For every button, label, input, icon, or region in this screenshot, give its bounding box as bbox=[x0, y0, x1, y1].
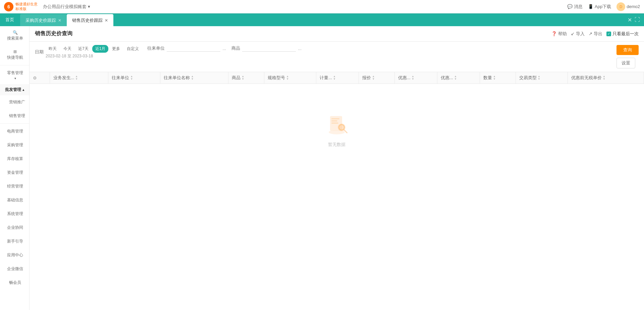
empty-icon bbox=[323, 111, 350, 138]
th-pre-tax[interactable]: 优惠前无税单价 ▲▼ bbox=[568, 72, 644, 84]
sidebar-item-wholesale[interactable]: 批发管理 ▴ bbox=[0, 84, 29, 95]
gear-icon: ⚙ bbox=[33, 75, 37, 81]
date-label: 日期 bbox=[35, 49, 44, 55]
top-bar-right: 💬 消息 📱 App下载 D demo2 bbox=[567, 2, 640, 11]
only-last-checkbox[interactable]: ✓ 只看最后一次 bbox=[606, 31, 639, 37]
import-button[interactable]: ↙ 导入 bbox=[571, 31, 585, 37]
table-header: ⚙ 业务发生... ▲▼ 往来单位 ▲▼ bbox=[30, 72, 644, 84]
sidebar-item-corp-wechat[interactable]: 企业微信 bbox=[0, 262, 29, 276]
tab-sales[interactable]: 销售历史价跟踪 ✕ bbox=[67, 14, 113, 27]
sidebar-item-ecommerce[interactable]: 电商管理 bbox=[0, 124, 29, 138]
sidebar-item-app-center[interactable]: 应用中心 bbox=[0, 248, 29, 262]
settings-button[interactable]: 设置 bbox=[616, 58, 635, 68]
main-layout: 🔍 搜索菜单 ⊞ 快捷导航 零售管理 ▾ 批发管理 ▴ 营销推广 销售管理 电商… bbox=[0, 26, 644, 310]
sidebar: 🔍 搜索菜单 ⊞ 快捷导航 零售管理 ▾ 批发管理 ▴ 营销推广 销售管理 电商… bbox=[0, 26, 30, 310]
sidebar-item-search[interactable]: 🔍 搜索菜单 bbox=[0, 26, 29, 45]
filter-actions: 查询 设置 bbox=[616, 45, 639, 68]
tab-purchase[interactable]: 采购历史价跟踪 ✕ bbox=[20, 14, 67, 27]
sidebar-item-purchase[interactable]: 采购管理 bbox=[0, 138, 29, 152]
partner-filter-group: 往来单位 ... bbox=[147, 45, 226, 52]
th-unit[interactable]: 计量... ▲▼ bbox=[316, 72, 359, 84]
grid-icon: ⊞ bbox=[13, 49, 17, 54]
goods-filter-group: 商品 ... bbox=[231, 45, 302, 52]
th-price[interactable]: 报价 ▲▼ bbox=[359, 72, 395, 84]
th-qty[interactable]: 数量 ▲▼ bbox=[480, 72, 516, 84]
sidebar-item-operation[interactable]: 经营管理 bbox=[0, 179, 29, 193]
chevron-up-icon: ▴ bbox=[22, 88, 24, 92]
th-discount1[interactable]: 优惠... ▲▼ bbox=[395, 72, 437, 84]
export-icon: ↗ bbox=[589, 31, 592, 36]
sidebar-divider-1 bbox=[0, 65, 29, 65]
th-trade-type[interactable]: 交易类型 ▲▼ bbox=[516, 72, 568, 84]
sidebar-item-marketing[interactable]: 营销推广 bbox=[0, 95, 29, 109]
filter-bar: 日期 昨天 今天 近7天 近1月 更多 自定义 2023-02-18 至 202… bbox=[30, 42, 644, 72]
date-range-display: 2023-02-18 至 2023-03-18 bbox=[46, 53, 142, 59]
app-download-button[interactable]: 📱 App下载 bbox=[588, 4, 611, 10]
th-goods[interactable]: 商品 ▲▼ bbox=[228, 72, 264, 84]
svg-rect-3 bbox=[331, 120, 337, 121]
date-btn-more[interactable]: 更多 bbox=[109, 45, 123, 53]
th-partner-code[interactable]: 往来单位 ▲▼ bbox=[108, 72, 160, 84]
sidebar-item-system[interactable]: 系统管理 bbox=[0, 207, 29, 221]
date-buttons-group: 昨天 今天 近7天 近1月 更多 自定义 2023-02-18 至 2023-0… bbox=[46, 45, 142, 59]
download-icon: 📱 bbox=[588, 4, 593, 9]
sidebar-item-retail[interactable]: 零售管理 ▾ bbox=[0, 66, 29, 84]
date-btns-row: 昨天 今天 近7天 近1月 更多 自定义 bbox=[46, 45, 142, 53]
sidebar-item-guide[interactable]: 新手引导 bbox=[0, 235, 29, 248]
top-bar: 6 畅捷通好生意 标准版 办公用品行业模拟账套 ▾ 💬 消息 📱 App下载 D… bbox=[0, 0, 644, 13]
help-button[interactable]: ❓ 帮助 bbox=[551, 31, 567, 37]
sidebar-item-finance[interactable]: 资金管理 bbox=[0, 166, 29, 179]
partner-input[interactable] bbox=[167, 45, 220, 52]
sidebar-item-basic[interactable]: 基础信息 bbox=[0, 193, 29, 207]
page-header-actions: ❓ 帮助 ↙ 导入 ↗ 导出 ✓ 只看最后一次 bbox=[551, 31, 639, 37]
date-btn-custom[interactable]: 自定义 bbox=[124, 45, 142, 53]
th-gear[interactable]: ⚙ bbox=[30, 72, 50, 84]
date-btn-7days[interactable]: 近7天 bbox=[75, 45, 92, 53]
checkbox-icon: ✓ bbox=[606, 32, 611, 36]
query-button[interactable]: 查询 bbox=[616, 45, 639, 55]
sidebar-divider-2 bbox=[0, 123, 29, 124]
tab-maximize-button[interactable]: ⛶ bbox=[635, 17, 640, 23]
empty-text: 暂无数据 bbox=[328, 142, 345, 148]
tab-bar-actions: ✕ ⛶ bbox=[628, 17, 644, 23]
tab-sales-close[interactable]: ✕ bbox=[105, 18, 108, 23]
chevron-down-icon: ▾ bbox=[88, 4, 90, 9]
th-biz-date[interactable]: 业务发生... ▲▼ bbox=[50, 72, 108, 84]
goods-select-button[interactable]: ... bbox=[298, 46, 302, 51]
svg-rect-2 bbox=[331, 118, 339, 119]
sidebar-item-quick-nav[interactable]: ⊞ 快捷导航 bbox=[0, 45, 29, 64]
import-icon: ↙ bbox=[571, 31, 575, 36]
user-menu[interactable]: D demo2 bbox=[616, 2, 640, 11]
tab-close-window-button[interactable]: ✕ bbox=[628, 17, 632, 23]
help-icon: ❓ bbox=[551, 31, 557, 36]
tab-purchase-close[interactable]: ✕ bbox=[58, 18, 61, 23]
content-area: 销售历史价查询 ❓ 帮助 ↙ 导入 ↗ 导出 ✓ 只看最后一次 bbox=[30, 26, 644, 310]
sidebar-item-member[interactable]: 畅会员 bbox=[0, 276, 29, 290]
partner-select-button[interactable]: ... bbox=[222, 46, 226, 51]
date-btn-today[interactable]: 今天 bbox=[60, 45, 74, 53]
logo-area: 6 畅捷通好生意 标准版 bbox=[4, 2, 38, 11]
date-btn-yesterday[interactable]: 昨天 bbox=[46, 45, 60, 53]
th-spec[interactable]: 规格型号 ▲▼ bbox=[264, 72, 316, 84]
app-selector[interactable]: 办公用品行业模拟账套 ▾ bbox=[40, 3, 93, 10]
data-table: ⚙ 业务发生... ▲▼ 往来单位 ▲▼ bbox=[30, 72, 644, 84]
th-discount2[interactable]: 优惠... ▲▼ bbox=[437, 72, 480, 84]
goods-label: 商品 bbox=[231, 45, 240, 51]
logo-text: 畅捷通好生意 标准版 bbox=[15, 2, 38, 11]
avatar: D bbox=[616, 2, 625, 11]
search-icon: 🔍 bbox=[13, 30, 18, 35]
chevron-down-icon: ▾ bbox=[14, 76, 16, 80]
sidebar-item-inventory[interactable]: 库存核算 bbox=[0, 152, 29, 166]
svg-rect-4 bbox=[331, 122, 338, 123]
th-partner-name[interactable]: 往来单位名称 ▲▼ bbox=[160, 72, 228, 84]
goods-input[interactable] bbox=[242, 45, 296, 52]
top-bar-left: 6 畅捷通好生意 标准版 办公用品行业模拟账套 ▾ bbox=[4, 2, 93, 11]
tab-home[interactable]: 首页 bbox=[0, 13, 19, 26]
export-button[interactable]: ↗ 导出 bbox=[589, 31, 602, 37]
date-btn-1month[interactable]: 近1月 bbox=[92, 45, 109, 53]
date-filter-group: 日期 昨天 今天 近7天 近1月 更多 自定义 2023-02-18 至 202… bbox=[35, 45, 142, 59]
message-button[interactable]: 💬 消息 bbox=[567, 4, 583, 10]
logo-icon: 6 bbox=[4, 2, 13, 11]
sidebar-item-sales-mgmt[interactable]: 销售管理 bbox=[0, 109, 29, 123]
sidebar-item-enterprise[interactable]: 企业协同 bbox=[0, 221, 29, 235]
